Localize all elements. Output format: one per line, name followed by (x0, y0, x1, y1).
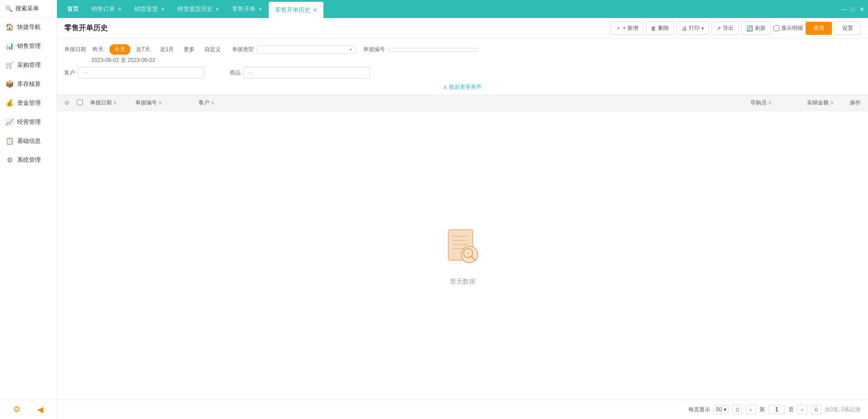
show-detail-checkbox[interactable] (773, 25, 779, 31)
th-order-no-sort-icon: ⇅ (158, 100, 162, 105)
box-icon: 📦 (5, 80, 14, 88)
close-tab-sales-return[interactable]: ✕ (161, 6, 165, 12)
sidebar-item-label: 销售管理 (17, 42, 41, 50)
tab-home[interactable]: 首页 (61, 0, 85, 18)
product-input[interactable]: ··· (243, 67, 370, 79)
collapse-button[interactable]: ∧ 收起更多条件 (64, 83, 861, 91)
delete-button[interactable]: 🗑 删除 (646, 22, 674, 35)
maximize-button[interactable]: □ (851, 6, 855, 13)
close-tab-retail-open[interactable]: ✕ (258, 6, 262, 12)
select-all-checkbox[interactable] (73, 99, 86, 107)
sidebar-item-purchase-mgmt[interactable]: 🛒 采购管理 (0, 56, 57, 75)
order-type-select[interactable]: ▾ (256, 45, 356, 54)
tab-retail-open-history-label: 零售开单历史 (275, 6, 310, 14)
close-button[interactable]: ✕ (859, 6, 864, 13)
date-buttons: 昨天 今天 近7天 近1月 更多 自定义 (89, 44, 225, 55)
close-tab-retail-open-history[interactable]: ✕ (313, 7, 317, 13)
settings-button[interactable]: 设置 (835, 22, 861, 35)
filter-row-2: 客户 ··· 商品 ··· (64, 67, 861, 79)
th-customer[interactable]: 客户 ⇅ (195, 99, 747, 107)
show-detail-checkbox-label[interactable]: 显示明细 (773, 24, 803, 32)
pagination-bar: 每页显示 50 ▾ ⟨⟨ ＜ 第 页 ＞ ⟩⟩ 共0页, 0条记录 (57, 400, 868, 419)
sidebar-item-label: 基础信息 (17, 137, 41, 145)
minimize-button[interactable]: — (841, 6, 847, 13)
filter-product: 商品 ··· (230, 67, 370, 79)
select-all-input[interactable] (77, 99, 83, 105)
date-btn-last7[interactable]: 近7天 (132, 44, 154, 55)
th-guide[interactable]: 导购员 ⇅ (747, 99, 792, 107)
page-input[interactable] (768, 405, 785, 414)
collapse-icon[interactable]: ◀ (37, 405, 43, 414)
sidebar-item-label: 系统管理 (17, 156, 41, 164)
th-action: 操作 (837, 99, 864, 107)
collapse-arrow-icon: ∧ (443, 84, 447, 90)
sidebar-item-inventory[interactable]: 📦 库存核算 (0, 75, 57, 94)
column-settings-icon[interactable]: ⚙ (61, 99, 73, 106)
next-page-button[interactable]: ＞ (797, 405, 807, 414)
th-date[interactable]: 单据日期 ⇅ (86, 99, 132, 107)
sidebar-item-quick-nav[interactable]: 🏠 快捷导航 (0, 18, 57, 37)
query-button[interactable]: 查询 (806, 22, 832, 35)
th-order-no[interactable]: 单据编号 ⇅ (132, 99, 195, 107)
close-tab-sales-order[interactable]: ✕ (118, 6, 122, 12)
page-size-label: 每页显示 (688, 406, 710, 414)
print-button[interactable]: 🖨 打印 ▾ (677, 22, 709, 35)
sidebar-footer: ⚙ ◀ (0, 400, 57, 419)
empty-state: 暂无数据 (57, 111, 868, 400)
tab-sales-order[interactable]: 销售订单 ✕ (85, 0, 128, 18)
th-amount[interactable]: 实销金额 ⇅ (792, 99, 837, 107)
table-header: ⚙ 单据日期 ⇅ 单据编号 ⇅ 客户 ⇅ 导购员 ⇅ 实销金额 ⇅ (57, 95, 868, 111)
tab-sales-return[interactable]: 销货退货 ✕ (128, 0, 171, 18)
print-icon: 🖨 (682, 25, 687, 32)
product-label: 商品 (230, 69, 241, 77)
customer-input[interactable]: ··· (78, 67, 204, 79)
add-button[interactable]: ＋ + 新增 (611, 22, 643, 35)
sidebar-item-sales-mgmt[interactable]: 📊 销售管理 (0, 37, 57, 56)
th-action-label: 操作 (850, 99, 861, 107)
export-button[interactable]: ↗ 导出 (711, 22, 739, 35)
sidebar-item-base-info[interactable]: 📋 基础信息 (0, 132, 57, 151)
empty-text: 暂无数据 (450, 278, 475, 286)
cart-icon: 🛒 (5, 61, 14, 69)
refresh-button[interactable]: 🔄 刷新 (741, 22, 771, 35)
close-tab-sales-return-history[interactable]: ✕ (215, 6, 219, 12)
page-size-value: 50 (716, 406, 722, 413)
th-customer-label: 客户 (199, 99, 209, 107)
customer-dots: ··· (82, 69, 88, 76)
first-page-button[interactable]: ⟨⟨ (732, 405, 742, 414)
page-label-suffix: 页 (788, 406, 794, 414)
delete-label: 删除 (658, 24, 669, 32)
order-no-input[interactable] (388, 48, 478, 52)
prev-page-button[interactable]: ＜ (746, 405, 756, 414)
date-btn-yesterday[interactable]: 昨天 (89, 44, 108, 55)
tab-sales-return-label: 销货退货 (134, 5, 158, 13)
date-range-text: 2023-06-02 至 2023-06-02 (91, 57, 155, 63)
date-btn-last-month[interactable]: 近1月 (156, 44, 178, 55)
sidebar-item-finance[interactable]: 💰 资金管理 (0, 94, 57, 113)
settings-icon[interactable]: ⚙ (13, 405, 20, 414)
order-type-arrow-icon: ▾ (350, 47, 352, 52)
date-btn-more[interactable]: 更多 (180, 44, 199, 55)
filter-area: 单据日期 昨天 今天 近7天 近1月 更多 自定义 单据类型 ▾ (57, 39, 868, 95)
last-page-button[interactable]: ⟩⟩ (811, 405, 821, 414)
date-btn-custom[interactable]: 自定义 (200, 44, 225, 55)
page-size-select[interactable]: 50 ▾ (714, 405, 729, 414)
tab-sales-return-history[interactable]: 销货退货历史 ✕ (171, 0, 226, 18)
gear-icon-sidebar: ⚙ (5, 156, 14, 164)
sidebar-search[interactable]: 🔍 搜索采单 (0, 0, 57, 18)
tab-retail-open-history[interactable]: 零售开单历史 ✕ (269, 2, 323, 18)
filter-order-type: 单据类型 ▾ (232, 45, 356, 54)
sidebar-search-label: 搜索采单 (15, 5, 39, 13)
sidebar-item-label: 库存核算 (17, 80, 41, 88)
query-label: 查询 (813, 24, 824, 32)
date-btn-today[interactable]: 今天 (109, 44, 130, 55)
sidebar-item-operations[interactable]: 📈 经营管理 (0, 113, 57, 132)
delete-icon: 🗑 (651, 25, 656, 32)
table-area: ⚙ 单据日期 ⇅ 单据编号 ⇅ 客户 ⇅ 导购员 ⇅ 实销金额 ⇅ (57, 95, 868, 419)
th-customer-sort-icon: ⇅ (211, 100, 214, 105)
print-arrow-icon: ▾ (702, 26, 704, 31)
main-content: 首页 销售订单 ✕ 销货退货 ✕ 销货退货历史 ✕ 零售开单 ✕ 零售开单历史 … (57, 0, 868, 419)
sidebar-item-sys-mgmt[interactable]: ⚙ 系统管理 (0, 151, 57, 169)
refresh-icon: 🔄 (746, 25, 753, 32)
tab-retail-open[interactable]: 零售开单 ✕ (226, 0, 269, 18)
